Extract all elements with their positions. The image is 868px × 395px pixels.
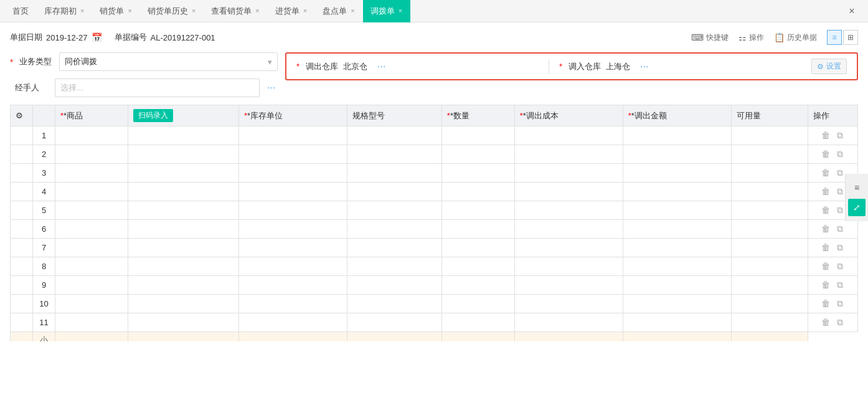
- row-product[interactable]: [55, 257, 128, 276]
- tab-transfer[interactable]: 调拨单 ×: [363, 0, 410, 22]
- delete-icon[interactable]: 🗑: [819, 222, 832, 235]
- settings-button[interactable]: ⚙ 设置: [811, 59, 847, 74]
- row-unit[interactable]: [239, 164, 347, 183]
- tab-purchase-order[interactable]: 进货单 ×: [268, 0, 315, 22]
- row-transfer-cost[interactable]: [514, 201, 623, 220]
- delete-icon[interactable]: 🗑: [819, 241, 832, 254]
- row-transfer-cost[interactable]: [514, 257, 623, 276]
- row-spec[interactable]: [347, 295, 442, 313]
- row-transfer-cost[interactable]: [514, 313, 623, 332]
- row-product[interactable]: [55, 145, 128, 164]
- tab-view-sales-close[interactable]: ×: [255, 7, 259, 14]
- handler-select[interactable]: 选择...: [55, 79, 260, 97]
- copy-icon[interactable]: ⧉: [834, 279, 846, 292]
- tab-sales-history-close[interactable]: ×: [192, 7, 196, 14]
- row-quantity[interactable]: [441, 201, 514, 220]
- copy-icon[interactable]: ⧉: [834, 223, 846, 236]
- row-spec[interactable]: [347, 164, 442, 183]
- row-transfer-amount[interactable]: [623, 257, 731, 276]
- tab-sales-order-close[interactable]: ×: [128, 7, 131, 14]
- window-close-button[interactable]: ×: [841, 0, 863, 22]
- copy-icon[interactable]: ⧉: [834, 130, 846, 142]
- row-unit[interactable]: [239, 313, 347, 332]
- business-type-select[interactable]: 同价调拨 ▾: [59, 52, 278, 71]
- row-transfer-cost[interactable]: [514, 126, 623, 145]
- handler-more-button[interactable]: ···: [265, 82, 278, 93]
- row-quantity[interactable]: [441, 257, 514, 276]
- delete-icon[interactable]: 🗑: [819, 129, 832, 141]
- row-transfer-cost[interactable]: [514, 164, 623, 183]
- tab-sales-order[interactable]: 销货单 ×: [92, 0, 139, 22]
- row-transfer-cost[interactable]: [514, 276, 623, 295]
- tab-sales-history[interactable]: 销货单历史 ×: [140, 0, 204, 22]
- row-transfer-amount[interactable]: [623, 220, 731, 239]
- row-product[interactable]: [55, 313, 128, 332]
- row-product[interactable]: [55, 126, 128, 145]
- row-quantity[interactable]: [441, 313, 514, 332]
- tab-stocktake-close[interactable]: ×: [351, 7, 354, 14]
- row-quantity[interactable]: [441, 295, 514, 313]
- delete-icon[interactable]: 🗑: [819, 204, 832, 216]
- history-link[interactable]: 📋 历史单据: [774, 32, 817, 43]
- scan-entry-button[interactable]: 扫码录入: [133, 109, 173, 122]
- row-transfer-cost[interactable]: [514, 220, 623, 239]
- row-product[interactable]: [55, 295, 128, 313]
- row-unit[interactable]: [239, 295, 347, 313]
- calendar-icon[interactable]: 📅: [92, 32, 102, 42]
- delete-icon[interactable]: 🗑: [819, 185, 832, 198]
- row-spec[interactable]: [347, 183, 442, 201]
- row-product[interactable]: [55, 239, 128, 257]
- copy-icon[interactable]: ⧉: [834, 260, 846, 273]
- row-spec[interactable]: [347, 220, 442, 239]
- delete-icon[interactable]: 🗑: [819, 148, 832, 160]
- row-unit[interactable]: [239, 276, 347, 295]
- row-unit[interactable]: [239, 220, 347, 239]
- row-transfer-amount[interactable]: [623, 276, 731, 295]
- delete-icon[interactable]: 🗑: [819, 278, 832, 291]
- row-unit[interactable]: [239, 239, 347, 257]
- row-quantity[interactable]: [441, 239, 514, 257]
- row-transfer-amount[interactable]: [623, 201, 731, 220]
- row-product[interactable]: [55, 201, 128, 220]
- delete-icon[interactable]: 🗑: [819, 297, 832, 310]
- tab-purchase-order-close[interactable]: ×: [303, 7, 307, 14]
- sidebar-doc-button[interactable]: ≡: [848, 179, 866, 196]
- row-spec[interactable]: [347, 257, 442, 276]
- tab-transfer-close[interactable]: ×: [399, 7, 402, 14]
- tab-view-sales[interactable]: 查看销货单 ×: [204, 0, 267, 22]
- copy-icon[interactable]: ⧉: [834, 316, 846, 329]
- row-unit[interactable]: [239, 257, 347, 276]
- shortcut-link[interactable]: ⌨ 快捷键: [691, 32, 729, 43]
- row-unit[interactable]: [239, 145, 347, 164]
- tab-home[interactable]: 首页: [5, 0, 37, 22]
- sidebar-expand-button[interactable]: ⤢: [848, 199, 866, 216]
- copy-icon[interactable]: ⧉: [834, 298, 846, 310]
- row-unit[interactable]: [239, 126, 347, 145]
- row-product[interactable]: [55, 220, 128, 239]
- row-spec[interactable]: [347, 145, 442, 164]
- delete-icon[interactable]: 🗑: [819, 166, 832, 179]
- list-view-button[interactable]: ≡: [827, 30, 842, 45]
- row-spec[interactable]: [347, 276, 442, 295]
- tab-inventory-init[interactable]: 库存期初 ×: [37, 0, 92, 22]
- tab-inventory-init-close[interactable]: ×: [80, 7, 84, 14]
- row-transfer-cost[interactable]: [514, 239, 623, 257]
- grid-view-button[interactable]: ⊞: [843, 30, 858, 45]
- delete-icon[interactable]: 🗑: [819, 260, 832, 272]
- row-transfer-amount[interactable]: [623, 126, 731, 145]
- row-transfer-amount[interactable]: [623, 313, 731, 332]
- row-transfer-amount[interactable]: [623, 239, 731, 257]
- row-transfer-amount[interactable]: [623, 164, 731, 183]
- row-spec[interactable]: [347, 239, 442, 257]
- row-product[interactable]: [55, 183, 128, 201]
- row-quantity[interactable]: [441, 164, 514, 183]
- row-quantity[interactable]: [441, 220, 514, 239]
- row-quantity[interactable]: [441, 183, 514, 201]
- delete-icon[interactable]: 🗑: [819, 316, 832, 328]
- row-quantity[interactable]: [441, 276, 514, 295]
- row-spec[interactable]: [347, 126, 442, 145]
- row-unit[interactable]: [239, 183, 347, 201]
- row-quantity[interactable]: [441, 126, 514, 145]
- row-spec[interactable]: [347, 201, 442, 220]
- row-transfer-cost[interactable]: [514, 295, 623, 313]
